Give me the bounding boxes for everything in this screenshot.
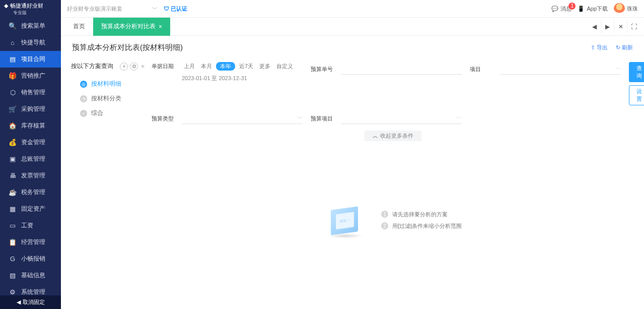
target-icon: ◎ <box>80 81 87 88</box>
ledger-icon: ▣ <box>9 156 16 163</box>
cart-icon: 🛒 <box>9 106 16 113</box>
grid2-icon: ▧ <box>9 272 16 279</box>
gift-icon: 🎁 <box>9 73 16 80</box>
scheme-item-material-category[interactable]: ◔按材料分类 <box>71 91 146 106</box>
app-edition: 专业版 <box>13 10 57 16</box>
sidebar-item-purchase[interactable]: 🛒采购管理 <box>0 101 61 117</box>
clipboard-icon: 📋 <box>9 239 16 246</box>
query-button[interactable]: 查询 <box>629 62 644 82</box>
more-icon: ⋯ <box>615 66 621 72</box>
project-input[interactable]: ⋯ <box>500 64 621 75</box>
gear-icon: ⚙ <box>9 289 16 296</box>
budget-item-input[interactable]: ⋯ <box>341 113 462 124</box>
unpin-button[interactable]: ◀取消固定 <box>0 295 61 309</box>
tab-closeall-button[interactable]: ✕ <box>614 20 627 33</box>
wallet-icon: ▭ <box>9 222 16 229</box>
scheme-item-comprehensive[interactable]: ≈综合 <box>71 106 146 120</box>
hex-icon: ⬡ <box>9 89 16 96</box>
sidebar: ◆畅捷通好业财 专业版 🔍搜索菜单 ⌂快捷导航 ▤项目合同 🎁营销推广 ⬡销售管… <box>0 0 61 309</box>
sidebar-item-invoice[interactable]: 🖶发票管理 <box>0 167 61 184</box>
sidebar-item-xiaochang[interactable]: G小畅报销 <box>0 251 61 267</box>
tip-badge: 1 <box>381 211 388 218</box>
scheme-header: 按以下方案查询 <box>71 62 113 71</box>
warehouse-icon: 🏠 <box>9 122 16 130</box>
tab-budget-analysis[interactable]: 预算成本分析对比表 × <box>93 18 170 36</box>
date-tag-thisyear[interactable]: 本年 <box>216 62 235 71</box>
export-button[interactable]: ⇪导出 <box>591 44 608 51</box>
home-icon: ⌂ <box>9 39 16 46</box>
collapse-scheme-button[interactable]: « <box>140 63 146 71</box>
sidebar-item-assets[interactable]: ▦固定资产 <box>0 201 61 217</box>
grid-icon: ▦ <box>9 206 16 213</box>
tab-prev-button[interactable]: ◀ <box>588 20 601 33</box>
close-icon[interactable]: × <box>159 23 162 30</box>
tip-row: 1请先选择要分析的方案 <box>381 209 462 220</box>
sidebar-menu: 🔍搜索菜单 ⌂快捷导航 ▤项目合同 🎁营销推广 ⬡销售管理 🛒采购管理 🏠库存核… <box>0 18 61 295</box>
filter-settings-button[interactable]: 设置 <box>629 85 644 105</box>
date-tag-lastmonth[interactable]: 上月 <box>182 62 197 71</box>
verified-badge: 🛡已认证 <box>164 5 187 13</box>
sidebar-item-quicknav[interactable]: ⌂快捷导航 <box>0 34 61 51</box>
budget-item-label: 预算项目 <box>311 115 337 122</box>
export-icon: ⇪ <box>591 44 595 51</box>
budget-no-input[interactable] <box>341 64 462 75</box>
contract-icon: ▤ <box>9 56 16 63</box>
tip-badge: 2 <box>381 222 388 229</box>
budget-type-select[interactable]: ﹀ <box>182 113 303 124</box>
sidebar-item-inventory[interactable]: 🏠库存核算 <box>0 117 61 134</box>
content: 按以下方案查询 + ⚙ « ◎按材料明细 ◔按材料分类 ≈综合 <box>61 59 644 309</box>
date-tag-thismonth[interactable]: 本月 <box>199 62 214 71</box>
refresh-icon: ↻ <box>616 44 620 51</box>
sidebar-item-system[interactable]: ⚙系统管理 <box>0 284 61 295</box>
main-area: 好业财专业版演示账套 ﹀ 🛡已认证 💬 消息 1 📱App下载 珠珠 首页 预算… <box>61 0 644 309</box>
date-tag-more[interactable]: 更多 <box>257 62 272 71</box>
sidebar-item-salary[interactable]: ▭工资 <box>0 217 61 234</box>
user-menu[interactable]: 珠珠 <box>614 3 638 14</box>
app-download-button[interactable]: 📱App下载 <box>578 5 608 13</box>
message-badge: 1 <box>568 3 576 10</box>
account-selector[interactable]: 好业财专业版演示账套 ﹀ <box>67 5 158 13</box>
collapse-filters-button[interactable]: ︽ 收起更多条件 <box>365 131 421 141</box>
add-scheme-button[interactable]: + <box>120 63 128 71</box>
empty-state: == · 1请先选择要分析的方案 2用[过滤]条件来缩小分析范围 <box>152 141 634 299</box>
refresh-button[interactable]: ↻刷新 <box>616 44 633 51</box>
tip-row: 2用[过滤]条件来缩小分析范围 <box>381 220 462 232</box>
pin-icon: ◀ <box>17 299 21 305</box>
filter-panel: 单据日期 上月 本月 本年 近7天 更多 自定义 2023 <box>152 59 634 141</box>
date-tag-7days[interactable]: 近7天 <box>237 62 255 71</box>
scheme-item-material-detail[interactable]: ◎按材料明细 <box>71 77 146 91</box>
app-logo: ◆畅捷通好业财 专业版 <box>0 0 61 18</box>
sidebar-item-marketing[interactable]: 🎁营销推广 <box>0 68 61 84</box>
printer-icon: 🖶 <box>9 172 16 179</box>
chevron-up-icon: ︽ <box>373 132 378 140</box>
sidebar-item-search[interactable]: 🔍搜索菜单 <box>0 18 61 34</box>
date-label: 单据日期 <box>152 63 178 70</box>
sidebar-item-baseinfo[interactable]: ▧基础信息 <box>0 267 61 284</box>
sidebar-item-ledger[interactable]: ▣总账管理 <box>0 151 61 167</box>
app-name: 畅捷通好业财 <box>10 2 43 10</box>
messages-button[interactable]: 💬 消息 1 <box>551 5 571 13</box>
tab-next-button[interactable]: ▶ <box>601 20 614 33</box>
message-icon: 💬 <box>551 6 558 12</box>
chevron-down-icon: ﹀ <box>152 5 158 13</box>
fullscreen-button[interactable]: ⛶ <box>627 20 640 33</box>
shield-icon: 🛡 <box>164 6 169 12</box>
tab-home[interactable]: 首页 <box>65 18 93 36</box>
sidebar-item-funds[interactable]: 💰资金管理 <box>0 134 61 151</box>
chevron-down-icon: ﹀ <box>297 114 303 122</box>
sidebar-item-operations[interactable]: 📋经营管理 <box>0 234 61 251</box>
page-title: 预算成本分析对比表(按材料明细) <box>72 43 183 52</box>
g-icon: G <box>9 256 16 263</box>
topbar: 好业财专业版演示账套 ﹀ 🛡已认证 💬 消息 1 📱App下载 珠珠 <box>61 0 644 18</box>
sidebar-item-project-contract[interactable]: ▤项目合同 <box>0 51 61 68</box>
sidebar-item-sales[interactable]: ⬡销售管理 <box>0 84 61 101</box>
date-tag-custom[interactable]: 自定义 <box>274 62 295 71</box>
logo-icon: ◆ <box>4 3 8 9</box>
cup-icon: ☕ <box>9 189 16 196</box>
empty-illustration: == · <box>324 200 369 240</box>
budget-no-label: 预算单号 <box>311 66 337 73</box>
phone-icon: 📱 <box>578 6 585 12</box>
sidebar-item-tax[interactable]: ☕税务管理 <box>0 184 61 201</box>
scheme-panel: 按以下方案查询 + ⚙ « ◎按材料明细 ◔按材料分类 ≈综合 <box>71 59 146 299</box>
scheme-settings-button[interactable]: ⚙ <box>130 63 138 71</box>
